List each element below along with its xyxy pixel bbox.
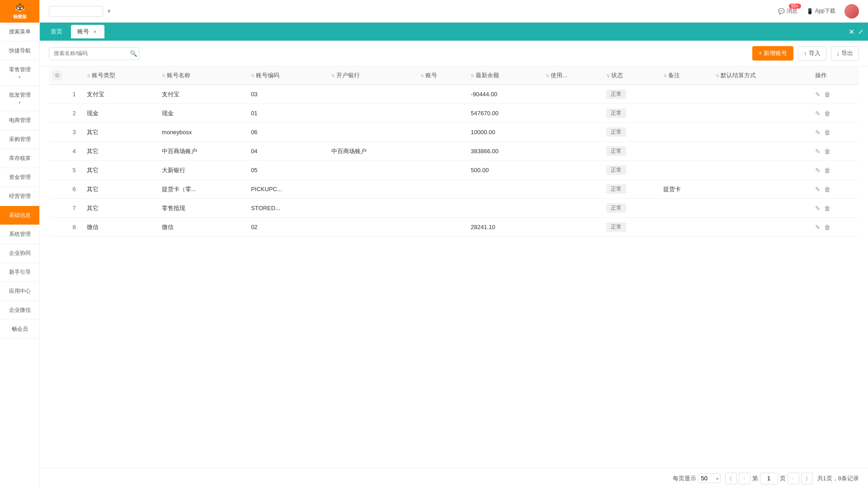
sidebar-item-basic-info[interactable]: 基础信息 [0, 206, 39, 225]
app-download-label: App下载 [815, 7, 835, 15]
col-index [65, 66, 83, 85]
export-button[interactable]: ↓ 导出 [831, 46, 859, 61]
edit-button[interactable]: ✎ [815, 129, 821, 136]
sidebar-item-retail[interactable]: 零售管理 ▾ [0, 61, 39, 86]
col-name[interactable]: ⇅账号名称 [158, 66, 247, 85]
delete-button[interactable]: 🗑 [824, 167, 830, 174]
sidebar-item-purchase[interactable]: 采购管理 [0, 130, 39, 149]
sidebar-item-system[interactable]: 系统管理 [0, 225, 39, 244]
row-remark [660, 218, 712, 237]
app-download-button[interactable]: 📱 App下载 [807, 7, 835, 15]
sidebar-item-label: 企业微信 [2, 306, 37, 314]
sidebar-nav: 搜索菜单 快捷导航 零售管理 ▾ 批发管理 ▾ 电商管理 采购管理 库存核算 资… [0, 23, 39, 488]
delete-button[interactable]: 🗑 [824, 110, 830, 117]
settings-icon[interactable]: ⚙ [52, 71, 61, 80]
phone-icon: 📱 [807, 8, 813, 14]
col-type[interactable]: ⇅账号类型 [83, 66, 158, 85]
first-page-button[interactable]: ⟪ [725, 473, 737, 484]
row-gear [49, 85, 65, 104]
col-bank[interactable]: ⇅开户银行 [328, 66, 417, 85]
message-button[interactable]: 💬 消息 99+ [778, 7, 797, 15]
col-remark[interactable]: ⇅备注 [660, 66, 712, 85]
add-account-button[interactable]: + 新增账号 [752, 46, 793, 61]
sidebar-item-quick-nav[interactable]: 快捷导航 [0, 42, 39, 61]
row-usage [542, 180, 603, 199]
row-code: 06 [247, 123, 328, 142]
sidebar-item-wholesale[interactable]: 批发管理 ▾ [0, 86, 39, 111]
search-button[interactable]: 🔍 [126, 47, 139, 60]
expand-icon[interactable]: ⤢ [858, 28, 863, 35]
col-settings[interactable]: ⚙ [49, 66, 65, 85]
delete-button[interactable]: 🗑 [824, 224, 830, 231]
tab-home[interactable]: 首页 [44, 25, 69, 38]
row-status: 正常 [603, 123, 660, 142]
topbar-dropdown-icon[interactable]: ▾ [108, 8, 111, 14]
tab-account[interactable]: 账号 × [71, 25, 104, 38]
edit-button[interactable]: ✎ [815, 110, 821, 117]
row-status: 正常 [603, 104, 660, 123]
edit-button[interactable]: ✎ [815, 186, 821, 193]
sidebar-item-guide[interactable]: 新手引导 [0, 263, 39, 282]
row-gear [49, 218, 65, 237]
app-name: 畅捷版 [13, 14, 27, 20]
sidebar-item-capital[interactable]: 资金管理 [0, 168, 39, 187]
edit-button[interactable]: ✎ [815, 224, 821, 231]
sidebar-item-business[interactable]: 经营管理 [0, 187, 39, 206]
delete-button[interactable]: 🗑 [824, 91, 830, 98]
col-code[interactable]: ⇅账号编码 [247, 66, 328, 85]
sidebar-item-inventory[interactable]: 库存核算 [0, 149, 39, 168]
delete-button[interactable]: 🗑 [824, 205, 830, 212]
next-page-button[interactable]: › [788, 473, 799, 484]
topbar-search-input[interactable] [49, 6, 103, 17]
page-size-select[interactable]: 50 100 200 [698, 474, 721, 483]
row-index: 3 [65, 123, 83, 142]
tab-account-label: 账号 [77, 28, 89, 36]
prev-page-button[interactable]: ‹ [739, 473, 750, 484]
row-code: 01 [247, 104, 328, 123]
tab-close-icon[interactable]: × [92, 28, 98, 35]
delete-button[interactable]: 🗑 [824, 186, 830, 193]
page-size-wrapper: 50 100 200 [698, 474, 721, 483]
row-name: 现金 [158, 104, 247, 123]
row-name: 提货卡（零... [158, 180, 247, 199]
sidebar-item-enterprise-wechat[interactable]: 企业微信 [0, 301, 39, 320]
add-account-label: + 新增账号 [759, 49, 787, 57]
user-avatar[interactable] [844, 4, 859, 19]
col-usage[interactable]: ⇅使用... [542, 66, 603, 85]
import-button[interactable]: ↑ 导入 [798, 46, 826, 61]
row-gear [49, 199, 65, 218]
sidebar-item-search-menu[interactable]: 搜索菜单 [0, 23, 39, 42]
message-icon: 💬 [778, 8, 785, 14]
page-number-input[interactable] [760, 473, 778, 484]
row-name: 中百商场账户 [158, 142, 247, 161]
edit-button[interactable]: ✎ [815, 167, 821, 174]
edit-button[interactable]: ✎ [815, 91, 821, 98]
accounts-table: ⚙ ⇅账号类型 ⇅账号名称 ⇅账号编码 ⇅开户银行 ⇅账号 ⇅最新余额 ⇅使用.… [49, 66, 859, 237]
col-balance[interactable]: ⇅最新余额 [467, 66, 542, 85]
tab-expand-area: ✕ ⤢ [849, 28, 863, 36]
search-input[interactable] [49, 47, 126, 59]
close-window-icon[interactable]: ✕ [849, 28, 854, 36]
row-code: 03 [247, 85, 328, 104]
sidebar-item-enterprise[interactable]: 企业协同 [0, 244, 39, 263]
table-row: 5 其它 大新银行 05 500.00 正常 ✎ 🗑 [49, 161, 859, 180]
row-usage [542, 85, 603, 104]
edit-button[interactable]: ✎ [815, 148, 821, 155]
import-label: 导入 [809, 49, 821, 57]
row-status: 正常 [603, 218, 660, 237]
row-usage [542, 123, 603, 142]
sidebar-item-member[interactable]: 畅会员 [0, 320, 39, 339]
sidebar-item-app-center[interactable]: 应用中心 [0, 282, 39, 301]
last-page-button[interactable]: ⟫ [801, 473, 813, 484]
col-status[interactable]: ⇅状态 [603, 66, 660, 85]
col-default-settlement[interactable]: ⇅默认结算方式 [712, 66, 811, 85]
sidebar-item-ecommerce[interactable]: 电商管理 [0, 111, 39, 130]
edit-button[interactable]: ✎ [815, 205, 821, 212]
row-status: 正常 [603, 161, 660, 180]
col-account[interactable]: ⇅账号 [417, 66, 467, 85]
delete-button[interactable]: 🗑 [824, 148, 830, 155]
delete-button[interactable]: 🗑 [824, 129, 830, 136]
col-actions: 操作 [811, 66, 859, 85]
row-account [417, 142, 467, 161]
app-logo: 🐯 畅捷版 [0, 0, 39, 23]
